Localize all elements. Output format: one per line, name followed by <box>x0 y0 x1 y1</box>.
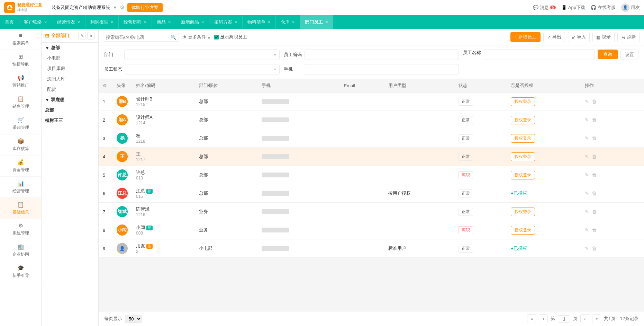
sidebar-item-finance[interactable]: 💰 资金管理 <box>0 156 41 177</box>
dept-item-2[interactable]: 项目库房 <box>42 63 98 74</box>
nav-tab-close-icon[interactable]: ✕ <box>292 20 295 25</box>
dept-item-0[interactable]: ▼ 总部 <box>42 43 98 53</box>
auth-btn[interactable]: 授权登录 <box>511 152 535 161</box>
system-title-dropdown-icon[interactable]: ▼ <box>113 5 117 10</box>
settings-icon[interactable]: ⚙ <box>120 4 125 11</box>
emp-name-input[interactable] <box>484 50 595 60</box>
edit-icon[interactable]: ✎ <box>585 99 589 104</box>
delete-icon[interactable]: 🗑 <box>592 117 597 123</box>
sidebar-item-basic[interactable]: 📋 基础信息 <box>0 198 41 219</box>
dept-item-6[interactable]: 总部 <box>42 105 98 115</box>
sidebar-item-corp[interactable]: 🏢 企业协同 <box>0 240 41 261</box>
edit-icon[interactable]: ✎ <box>585 135 589 141</box>
nav-tab-10[interactable]: 部门员工✕ <box>300 15 333 29</box>
nav-tab-close-icon[interactable]: ✕ <box>325 20 328 25</box>
nav-tab-close-icon[interactable]: ✕ <box>144 20 147 25</box>
nav-tab-5[interactable]: 商品✕ <box>152 15 176 29</box>
dept-item-4[interactable]: 配货 <box>42 84 98 95</box>
emp-status-select[interactable] <box>125 64 280 74</box>
delete-icon[interactable]: 🗑 <box>592 172 597 178</box>
delete-icon[interactable]: 🗑 <box>592 209 597 214</box>
prev-page-btn[interactable]: ‹ <box>539 314 548 323</box>
sort-phone-btn[interactable]: 手机 <box>262 82 335 89</box>
view-btn[interactable]: ▦ 视录 <box>592 32 615 42</box>
add-employee-btn[interactable]: + 新增员工 <box>510 32 541 42</box>
dept-edit-btn[interactable]: ✎ <box>78 32 86 39</box>
import-btn[interactable]: ↙ 导入 <box>568 32 590 42</box>
next-page-btn[interactable]: › <box>580 314 589 323</box>
delete-icon[interactable]: 🗑 <box>592 135 597 141</box>
dept-item-5[interactable]: ▼ 双鹿想 <box>42 95 98 105</box>
notification-btn[interactable]: 💬 消息 5 <box>533 5 556 11</box>
sidebar-item-marketing[interactable]: 📢 营销推广 <box>0 71 41 92</box>
nav-tab-3[interactable]: 利润报告✕ <box>85 15 119 29</box>
sidebar-item-search-menu[interactable]: ≡ 搜索菜单 <box>0 29 41 50</box>
nav-tab-8[interactable]: 物料清单✕ <box>243 15 276 29</box>
nav-tab-6[interactable]: 新增商品✕ <box>176 15 209 29</box>
show-resigned-checkbox[interactable] <box>214 35 219 39</box>
trial-btn[interactable]: 体验行业方案 <box>127 3 163 12</box>
nav-tab-close-icon[interactable]: ✕ <box>110 20 114 25</box>
query-btn[interactable]: 查询 <box>598 50 618 59</box>
nav-tab-9[interactable]: 仓库✕ <box>276 15 300 29</box>
user-avatar[interactable]: 👤 用友 <box>621 3 640 12</box>
edit-icon[interactable]: ✎ <box>585 117 589 123</box>
auth-btn[interactable]: 授权登录 <box>511 116 535 124</box>
nav-tab-close-icon[interactable]: ✕ <box>267 20 271 25</box>
employee-search-input[interactable] <box>103 33 179 42</box>
edit-icon[interactable]: ✎ <box>585 209 589 214</box>
app-download-btn[interactable]: 📱 App下载 <box>561 5 585 11</box>
delete-icon[interactable]: 🗑 <box>592 154 597 159</box>
delete-icon[interactable]: 🗑 <box>592 99 597 104</box>
sort-name-btn[interactable]: 姓名/编码 <box>136 82 191 89</box>
nav-tab-close-icon[interactable]: ✕ <box>201 20 204 25</box>
nav-tab-0[interactable]: 首页 <box>0 15 19 29</box>
dept-item-7[interactable]: 植树王三 <box>42 115 98 126</box>
sidebar-item-guide[interactable]: 🎓 新手引导 <box>0 261 41 282</box>
nav-tab-close-icon[interactable]: ✕ <box>234 20 237 25</box>
edit-icon[interactable]: ✎ <box>585 172 589 178</box>
sidebar-item-sales[interactable]: 📋 销售管理 <box>0 92 41 113</box>
sort-dept-btn[interactable]: 部门/职位 <box>199 82 254 89</box>
print-btn[interactable]: 🖨 刷新 <box>617 32 640 42</box>
dept-item-3[interactable]: 沈阳大库 <box>42 74 98 84</box>
edit-icon[interactable]: ✎ <box>585 154 589 159</box>
auth-btn[interactable]: 授权登录 <box>511 226 535 235</box>
auth-btn[interactable]: 授权登录 <box>511 97 535 106</box>
page-size-select[interactable]: 50 <box>125 315 142 323</box>
sidebar-item-purchase[interactable]: 🛒 采购管理 <box>0 113 41 134</box>
nav-tab-close-icon[interactable]: ✕ <box>168 20 171 25</box>
auth-btn[interactable]: 授权登录 <box>511 171 535 179</box>
edit-icon[interactable]: ✎ <box>585 191 589 196</box>
first-page-btn[interactable]: « <box>527 314 536 323</box>
sidebar-item-quick-nav[interactable]: ⊞ 快捷导航 <box>0 50 41 71</box>
nav-tab-4[interactable]: 经营历程✕ <box>119 15 152 29</box>
online-service-btn[interactable]: 🎧 在线客服 <box>591 5 616 11</box>
delete-icon[interactable]: 🗑 <box>592 227 597 233</box>
sidebar-item-inventory[interactable]: 📦 库存核算 <box>0 134 41 156</box>
delete-icon[interactable]: 🗑 <box>592 191 597 196</box>
dept-item-1[interactable]: 小电部 <box>42 53 98 63</box>
nav-tab-1[interactable]: 客户联络✕ <box>19 15 52 29</box>
delete-icon[interactable]: 🗑 <box>592 246 597 251</box>
dept-select[interactable] <box>124 50 280 60</box>
export-btn[interactable]: ↗ 导出 <box>543 32 565 42</box>
more-conditions-btn[interactable]: ⚗ 更多条件 ▲ <box>182 34 211 40</box>
dept-collapse-btn[interactable]: « <box>87 32 95 39</box>
nav-tab-close-icon[interactable]: ✕ <box>44 20 47 25</box>
page-input[interactable] <box>558 315 570 323</box>
nav-tab-2[interactable]: 经营情况✕ <box>52 15 85 29</box>
nav-tab-7[interactable]: 条码方案✕ <box>209 15 243 29</box>
phone-input[interactable] <box>304 64 459 74</box>
auth-btn[interactable]: 授权登录 <box>511 134 535 143</box>
sidebar-item-system[interactable]: ⚙ 系统管理 <box>0 219 41 240</box>
set-btn[interactable]: 设置 <box>620 50 638 60</box>
edit-icon[interactable]: ✎ <box>585 227 589 233</box>
sidebar-item-operation[interactable]: 📊 经营管理 <box>0 177 41 198</box>
nav-tab-close-icon[interactable]: ✕ <box>77 20 80 25</box>
edit-icon[interactable]: ✎ <box>585 246 589 251</box>
col-settings-icon[interactable]: ⚙ <box>103 83 107 88</box>
auth-btn[interactable]: 授权登录 <box>511 208 535 216</box>
last-page-btn[interactable]: » <box>592 314 601 323</box>
emp-code-input[interactable] <box>305 50 459 60</box>
